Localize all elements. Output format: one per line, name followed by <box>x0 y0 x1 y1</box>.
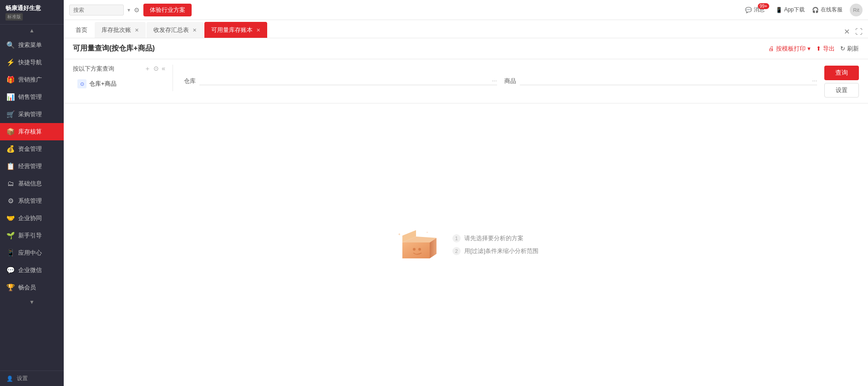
sidebar-item-label: 库存核算 <box>18 128 42 136</box>
sidebar-item-label: 搜索菜单 <box>18 41 42 49</box>
avatar[interactable]: Rit <box>850 4 863 16</box>
warehouse-more-btn[interactable]: ··· <box>492 77 497 84</box>
tab-close-btn[interactable]: ✕ <box>193 27 197 33</box>
filter-schemes-panel: 按以下方案查询 ＋ ⊙ « ⊙ 仓库+商品 <box>73 65 173 91</box>
sidebar-item-label: 应用中心 <box>18 249 42 257</box>
sidebar-item-member[interactable]: 🏆 畅会员 <box>0 279 64 296</box>
filter-right: 仓库 ··· 商品 ··· 查询 设置 <box>173 65 859 98</box>
goods-field-label: 商品 <box>504 77 516 85</box>
empty-tip-1: 1 请先选择要分析的方案 <box>452 234 538 242</box>
sidebar-item-search[interactable]: 🔍 搜索菜单 <box>0 36 64 54</box>
page-header-actions: 🖨 按模板打印 ▾ ⬆ 导出 ↻ 刷新 <box>768 45 859 53</box>
sidebar-bottom[interactable]: 👤 设置 <box>0 371 64 386</box>
headset-icon: 🎧 <box>812 7 819 13</box>
sidebar-item-inventory[interactable]: 📦 库存核算 <box>0 123 64 140</box>
tabs-bar: 首页 库存批次账 ✕ 收发存汇总表 ✕ 可用量库存账本 ✕ ✕ ⛶ <box>64 20 868 38</box>
filter-section-label: 按以下方案查询 <box>73 65 114 73</box>
scheme-warehouse-goods[interactable]: ⊙ 仓库+商品 <box>73 77 165 91</box>
sidebar-item-shortcut[interactable]: ⚡ 快捷导航 <box>0 54 64 71</box>
sidebar-item-basics[interactable]: 🗂 基础信息 <box>0 175 64 192</box>
add-scheme-btn[interactable]: ＋ <box>144 65 151 73</box>
refresh-label: 刷新 <box>847 45 859 53</box>
sidebar-item-label: 系统管理 <box>18 197 42 205</box>
sprout-icon: 🌱 <box>6 232 15 240</box>
mobile-download-icon: 📱 <box>776 7 782 13</box>
print-template-btn[interactable]: 🖨 按模板打印 ▾ <box>768 45 811 53</box>
tip-text-2: 用[过滤]条件来缩小分析范围 <box>464 247 538 255</box>
app-download-btn[interactable]: 📱 App下载 <box>776 6 805 14</box>
scroll-down-btn[interactable]: ▼ <box>0 296 64 308</box>
empty-tip-2: 2 用[过滤]条件来缩小分析范围 <box>452 247 538 255</box>
collapse-filter-btn[interactable]: « <box>162 65 165 73</box>
svg-text:✦: ✦ <box>426 231 428 234</box>
app-download-label: App下载 <box>784 6 805 14</box>
trophy-icon: 🏆 <box>6 283 15 292</box>
query-button[interactable]: 查询 <box>824 66 859 80</box>
sidebar-item-label: 资金管理 <box>18 145 42 153</box>
export-icon: ⬆ <box>816 45 821 52</box>
svg-text:·: · <box>432 258 433 261</box>
brand-name: 畅康通好生意 <box>5 5 58 12</box>
tab-home[interactable]: 首页 <box>69 22 94 38</box>
sidebar-item-operations[interactable]: 📋 经营管理 <box>0 158 64 175</box>
tip-text-1: 请先选择要分析的方案 <box>464 234 523 242</box>
tab-collect-summary[interactable]: 收发存汇总表 ✕ <box>147 22 203 38</box>
message-icon: 💬 <box>745 7 752 13</box>
filter-section: 按以下方案查询 ＋ ⊙ « ⊙ 仓库+商品 仓库 <box>64 59 868 103</box>
expand-tab-btn[interactable]: ⛶ <box>853 26 864 38</box>
settings-button[interactable]: 设置 <box>824 83 859 98</box>
sidebar-item-marketing[interactable]: 🎁 营销推广 <box>0 71 64 88</box>
tab-close-btn[interactable]: ✕ <box>135 27 139 33</box>
mobile-icon: 📱 <box>6 249 15 257</box>
settings-scheme-btn[interactable]: ⊙ <box>153 65 159 73</box>
online-service-btn[interactable]: 🎧 在线客服 <box>812 6 843 14</box>
topbar-right: 💬 消息 99+ 📱 App下载 🎧 在线客服 Rit <box>745 4 863 16</box>
empty-illustration: ✦ ✦ · <box>393 222 439 268</box>
sidebar-nav: ▲ 🔍 搜索菜单 ⚡ 快捷导航 🎁 营销推广 📊 销售管理 🛒 采购管理 📦 库… <box>0 25 64 371</box>
filter-field-goods: 商品 ··· <box>504 77 817 85</box>
sidebar-item-sales[interactable]: 📊 销售管理 <box>0 88 64 106</box>
search-input[interactable] <box>69 5 124 15</box>
filter-left-actions: ＋ ⊙ « <box>144 65 165 73</box>
box-icon: 📦 <box>6 128 15 136</box>
goods-more-btn[interactable]: ··· <box>812 77 817 84</box>
close-tab-btn[interactable]: ✕ <box>842 26 852 38</box>
sidebar-item-wechat[interactable]: 💬 企业微信 <box>0 262 64 279</box>
export-btn[interactable]: ⬆ 导出 <box>816 45 835 53</box>
message-btn[interactable]: 💬 消息 99+ <box>745 6 765 14</box>
tab-close-btn[interactable]: ✕ <box>256 27 260 33</box>
tab-batch-account[interactable]: 库存批次账 ✕ <box>95 22 146 38</box>
warehouse-input-row: ··· <box>199 77 497 85</box>
page-content: 可用量查询(按仓库+商品) 🖨 按模板打印 ▾ ⬆ 导出 ↻ 刷新 <box>64 38 868 386</box>
svg-point-5 <box>418 248 421 251</box>
svg-marker-0 <box>402 242 430 258</box>
tab-available-ledger[interactable]: 可用量库存账本 ✕ <box>204 22 267 38</box>
settings-icon[interactable]: ⚙ <box>134 6 140 14</box>
trial-industry-button[interactable]: 体验行业方案 <box>143 4 192 16</box>
warehouse-field-label: 仓库 <box>184 77 196 85</box>
refresh-btn[interactable]: ↻ 刷新 <box>840 45 859 53</box>
online-service-label: 在线客服 <box>821 6 843 14</box>
goods-input[interactable] <box>520 77 811 84</box>
folder-icon: 🗂 <box>6 180 15 187</box>
sidebar-item-apps[interactable]: 📱 应用中心 <box>0 244 64 262</box>
chat-icon: 💬 <box>6 266 15 274</box>
chevron-down-icon[interactable]: ▾ <box>807 45 811 52</box>
scheme-icon: ⊙ <box>77 79 86 88</box>
avatar-text: Rit <box>853 7 859 13</box>
warehouse-input[interactable] <box>199 77 490 84</box>
filter-field-warehouse: 仓库 ··· <box>184 77 497 85</box>
chevron-down-icon[interactable]: ▾ <box>127 7 130 13</box>
sidebar-item-label: 营销推广 <box>18 76 42 84</box>
empty-state: ✦ ✦ · 1 请先选择要分析的方案 2 用[过滤]条件来缩小分析范围 <box>393 222 538 268</box>
sidebar-item-label: 基础信息 <box>18 180 42 188</box>
scroll-up-btn[interactable]: ▲ <box>0 25 64 36</box>
print-icon: 🖨 <box>768 45 774 52</box>
sidebar-item-enterprise[interactable]: 🤝 企业协同 <box>0 210 64 227</box>
sidebar-item-purchase[interactable]: 🛒 采购管理 <box>0 106 64 123</box>
sidebar-item-system[interactable]: ⚙ 系统管理 <box>0 192 64 210</box>
sidebar-item-newbie[interactable]: 🌱 新手引导 <box>0 227 64 244</box>
gear-icon: ⚙ <box>6 197 15 205</box>
sidebar-item-finance[interactable]: 💰 资金管理 <box>0 140 64 158</box>
sidebar-user-name: 设置 <box>17 375 28 382</box>
